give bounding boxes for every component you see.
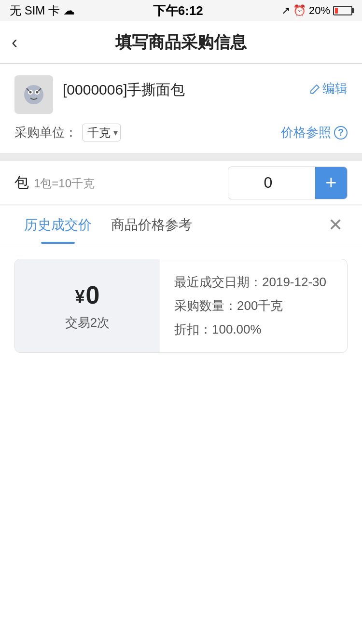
history-discount-value: 100.00% — [212, 322, 262, 336]
quantity-label: 包 1包=10千克 — [14, 173, 95, 193]
quantity-unit: 包 — [14, 173, 29, 193]
unit-row: 采购单位： 千克 克 包 — [14, 124, 121, 141]
tabs-close-button[interactable]: ✕ — [323, 210, 348, 240]
history-card: ¥0 交易2次 最近成交日期：2019-12-30 采购数量：200千克 折扣：… — [14, 259, 348, 353]
svg-point-0 — [24, 85, 43, 104]
alarm-icon: ⏰ — [293, 4, 306, 17]
product-name: [0000006]手撕面包 — [63, 75, 185, 100]
tabs-header: 历史成交价 商品价格参考 ✕ — [0, 206, 362, 244]
quantity-controls: + — [228, 167, 348, 199]
history-price-section: ¥0 交易2次 — [15, 259, 160, 352]
status-left: 无 SIM 卡 ☁ — [10, 3, 75, 18]
product-thumbnail — [14, 75, 53, 114]
help-icon: ? — [334, 126, 348, 140]
history-list: ¥0 交易2次 最近成交日期：2019-12-30 采购数量：200千克 折扣：… — [0, 244, 362, 367]
quantity-plus-button[interactable]: + — [315, 167, 347, 199]
history-discount-row: 折扣：100.00% — [174, 321, 333, 338]
price-value: 0 — [86, 281, 100, 309]
history-qty-label: 采购数量： — [174, 298, 237, 313]
tabs-list: 历史成交价 商品价格参考 — [14, 206, 202, 244]
page-title: 填写商品采购信息 — [115, 31, 247, 54]
svg-point-4 — [36, 91, 39, 94]
unit-select[interactable]: 千克 克 包 — [82, 124, 121, 141]
location-icon: ↗ — [281, 4, 290, 17]
tab-product-price-ref[interactable]: 商品价格参考 — [101, 206, 202, 244]
tab-underline — [41, 242, 75, 244]
divider — [0, 154, 362, 161]
battery-percent: 20% — [309, 4, 330, 17]
unit-label: 采购单位： — [14, 124, 77, 141]
status-right: ↗ ⏰ 20% — [281, 4, 352, 17]
svg-point-3 — [29, 91, 32, 94]
history-trades: 交易2次 — [65, 314, 110, 331]
history-qty-row: 采购数量：200千克 — [174, 297, 333, 314]
history-date-row: 最近成交日期：2019-12-30 — [174, 274, 333, 291]
history-discount-label: 折扣： — [174, 322, 212, 336]
history-date-value: 2019-12-30 — [262, 275, 326, 289]
status-time: 下午6:12 — [153, 2, 203, 19]
tab-history-price[interactable]: 历史成交价 — [14, 206, 101, 244]
price-ref-button[interactable]: 价格参照 ? — [281, 124, 348, 141]
history-price: ¥0 — [75, 280, 100, 309]
price-ref-label: 价格参照 — [281, 124, 331, 141]
quantity-row: 包 1包=10千克 + — [0, 161, 362, 205]
nav-bar: ‹ 填写商品采购信息 — [0, 21, 362, 64]
battery-icon — [333, 6, 352, 15]
yen-symbol: ¥ — [75, 287, 85, 307]
page-rest — [0, 367, 362, 644]
unit-select-wrapper[interactable]: 千克 克 包 — [82, 124, 121, 141]
history-date-label: 最近成交日期： — [174, 275, 262, 289]
tabs-panel: 历史成交价 商品价格参考 ✕ ¥0 交易2次 最近成交日期：2019-12-30 — [0, 206, 362, 367]
status-bar: 无 SIM 卡 ☁ 下午6:12 ↗ ⏰ 20% — [0, 0, 362, 21]
quantity-sublabel: 1包=10千克 — [34, 176, 95, 191]
edit-button[interactable]: 编辑 — [310, 75, 348, 97]
history-details: 最近成交日期：2019-12-30 采购数量：200千克 折扣：100.00% — [160, 259, 347, 352]
history-qty-value: 200千克 — [237, 298, 283, 313]
no-sim-label: 无 SIM 卡 ☁ — [10, 3, 75, 18]
product-card: [0000006]手撕面包 编辑 采购单位： 千克 克 包 价格参照 ? — [0, 64, 362, 154]
back-button[interactable]: ‹ — [12, 32, 17, 53]
quantity-input[interactable] — [228, 167, 315, 199]
